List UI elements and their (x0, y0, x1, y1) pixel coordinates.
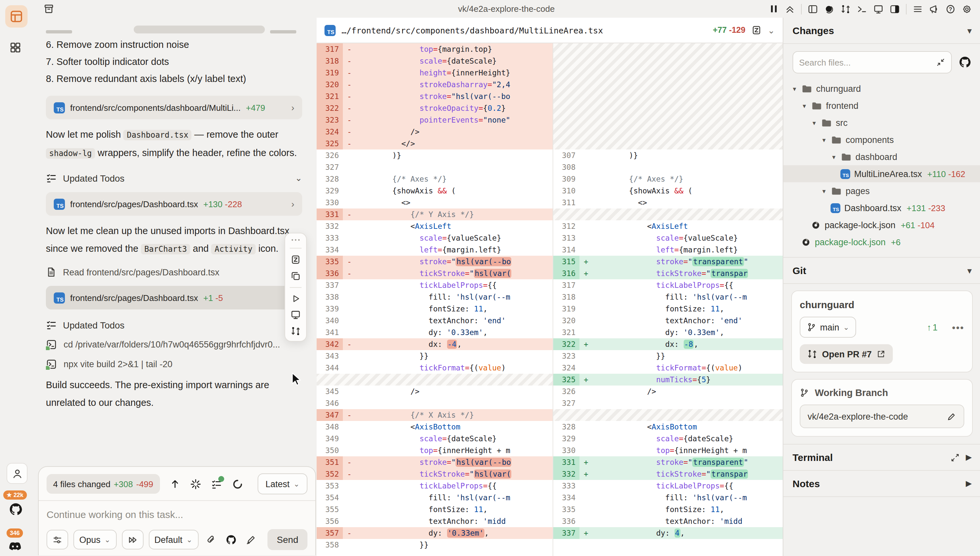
diff-row[interactable]: 322+ dx: -8, (553, 338, 783, 350)
pencil-icon[interactable] (946, 411, 956, 421)
diff-row[interactable]: 334 fill: 'hsl(var(--m (553, 492, 783, 504)
diff-row[interactable]: 324- /> (316, 126, 552, 138)
diff-row[interactable]: 331+ stroke="transparent" (553, 456, 783, 468)
discord-button[interactable] (8, 540, 22, 552)
changes-section-header[interactable]: Changes ▾ (783, 18, 980, 44)
menu-icon[interactable] (912, 3, 923, 14)
fast-forward-button[interactable] (122, 530, 143, 550)
rail-item-workspace-active[interactable] (5, 5, 27, 27)
diff-row[interactable]: 326 /> (553, 386, 783, 397)
help-icon[interactable]: ? (945, 3, 956, 14)
pen-icon[interactable] (245, 534, 256, 545)
git-compare-icon[interactable] (291, 326, 301, 336)
pause-icon[interactable] (769, 4, 779, 14)
mode-dropdown[interactable]: Default ⌄ (149, 530, 198, 550)
copy-icon[interactable] (291, 271, 301, 281)
diff-row[interactable]: 343 }} (316, 350, 552, 362)
diff-row[interactable]: 323 }} (553, 350, 783, 362)
diff-row[interactable]: 348 <AxisBottom (316, 421, 552, 433)
diff-row[interactable]: 327 (316, 161, 552, 173)
monitor-icon[interactable] (291, 309, 301, 320)
git-section-header[interactable]: Git ▾ (783, 257, 980, 284)
diff-row[interactable]: 351- stroke="hsl(var(--bo (316, 456, 552, 468)
expand-icon[interactable] (950, 453, 959, 462)
diff-row[interactable]: 320 textAnchor: 'end' (553, 315, 783, 326)
megaphone-icon[interactable] (929, 3, 940, 14)
file-diff-chip[interactable]: TSfrontend/src/components/dashboard/Mult… (46, 96, 302, 119)
updated-todos-row[interactable]: Updated Todos⌄ (46, 173, 302, 184)
settings-icon[interactable] (962, 3, 972, 14)
diff-row[interactable]: 320- strokeDasharray="2,4 (316, 79, 552, 91)
diff-row[interactable]: 345 /> (316, 386, 552, 397)
diff-row[interactable]: 342- dx: -4, (316, 338, 552, 350)
diff-row[interactable]: 317- top={margin.top} (316, 43, 552, 55)
diff-row[interactable]: 328 <AxisBottom (553, 421, 783, 433)
diff-row[interactable]: 346 (316, 397, 552, 409)
diff-row[interactable]: 338 fill: 'hsl(var(--m (316, 291, 552, 303)
tree-row[interactable]: TSDashboard.tsx+131 -233 (783, 199, 980, 217)
diff-row[interactable]: 318 fill: 'hsl(var(--m (553, 291, 783, 303)
diff-box-icon[interactable] (751, 25, 762, 36)
diff-row[interactable]: 332 <AxisLeft (316, 220, 552, 232)
model-dropdown[interactable]: Opus ⌄ (73, 530, 116, 550)
diff-row[interactable]: 321- stroke="hsl(var(--bo (316, 91, 552, 102)
latest-dropdown[interactable]: Latest ⌄ (258, 474, 307, 495)
tree-row[interactable]: ▾frontend (783, 97, 980, 114)
diff-row[interactable]: 331- {/* Y Axis */} (316, 208, 552, 220)
diff-row[interactable]: 324 tickFormat={(value) (553, 362, 783, 374)
diff-row[interactable]: 326 )} (316, 149, 552, 161)
diff-row[interactable]: 317 tickLabelProps={{ (553, 279, 783, 291)
diff-row[interactable]: 321 dy: '0.33em', (553, 326, 783, 338)
file-diff-chip[interactable]: TSfrontend/src/pages/Dashboard.tsx+130 -… (46, 192, 302, 216)
diff-row[interactable]: 334 left={margin.left} (316, 244, 552, 256)
collapse-tree-icon[interactable] (936, 58, 945, 67)
rail-item-board[interactable] (9, 41, 22, 54)
diff-row[interactable]: 350 top={innerHeight + m (316, 444, 552, 456)
diff-row[interactable]: 307 )} (553, 149, 783, 161)
diff-row[interactable]: 323- pointerEvents="none" (316, 114, 552, 126)
tool-call-row[interactable]: cd /private/var/folders/10/h7w0q46556ggr… (46, 339, 302, 350)
monitor-icon[interactable] (873, 3, 884, 14)
diff-row[interactable]: 357- dy: '0.33em', (316, 527, 552, 539)
panel-right-icon[interactable] (890, 3, 900, 14)
diff-row[interactable]: 319 fontSize: 11, (553, 303, 783, 315)
collapse-up-icon[interactable] (785, 3, 795, 14)
tree-row[interactable]: ▾components (783, 131, 980, 148)
chevron-down-icon[interactable]: ⌄ (768, 25, 775, 35)
diff-row[interactable]: 308 (553, 161, 783, 173)
diff-row[interactable]: 325- </> (316, 138, 552, 149)
diff-right-column[interactable]: 307 )}308309 {/* Axes */}310 {showAxis &… (552, 43, 783, 556)
tree-row[interactable]: package-lock.json+61 -104 (783, 217, 980, 233)
tree-row[interactable]: ▾src (783, 114, 980, 131)
diff-row[interactable]: 309 {/* Axes */} (553, 173, 783, 185)
diff-row[interactable]: 354 fill: 'hsl(var(--m (316, 492, 552, 504)
diff-row[interactable]: 355 fontSize: 11, (316, 504, 552, 516)
archive-box-icon[interactable] (43, 3, 55, 15)
diff-row[interactable]: 329 scale={dateScale} (553, 433, 783, 444)
diff-row[interactable]: 339 fontSize: 11, (316, 303, 552, 315)
diff-row[interactable]: 336- tickStroke="hsl(var( (316, 268, 552, 279)
panel-left-icon[interactable] (807, 3, 818, 14)
tree-row[interactable]: ▾churnguard (783, 80, 980, 97)
diff-box-icon[interactable] (291, 254, 301, 265)
diff-row[interactable]: 332+ tickStroke="transpar (553, 468, 783, 480)
octocat-icon[interactable] (958, 56, 972, 69)
diff-row[interactable]: 318- scale={dateScale} (316, 55, 552, 67)
settings-sliders-button[interactable] (47, 530, 68, 550)
diff-left-column[interactable]: 317- top={margin.top}318- scale={dateSca… (316, 43, 552, 556)
diff-row[interactable]: 356 textAnchor: 'midd (316, 516, 552, 527)
diff-row[interactable]: 347- {/* X Axis */} (316, 409, 552, 421)
diff-row[interactable]: 352- tickStroke="hsl(var( (316, 468, 552, 480)
tool-call-row[interactable]: Read frontend/src/pages/Dashboard.tsx (46, 267, 302, 277)
branch-dropdown[interactable]: main ⌄ (800, 317, 856, 338)
diff-row[interactable]: 349 scale={dateScale} (316, 433, 552, 444)
tree-row[interactable]: TSMultiLineArea.tsx+110 -162 (783, 165, 980, 182)
diff-row[interactable]: 316+ tickStroke="transpar (553, 268, 783, 279)
diff-row[interactable]: 319- height={innerHeight} (316, 67, 552, 79)
diff-row[interactable]: 313 scale={valueScale} (553, 232, 783, 244)
diff-row[interactable]: 340 textAnchor: 'end' (316, 315, 552, 326)
diff-row[interactable]: 333 tickLabelProps={{ (553, 480, 783, 492)
message-input[interactable]: Continue working on this task... (47, 509, 307, 520)
diff-row[interactable]: 330 <> (316, 197, 552, 208)
diff-row[interactable]: 337 tickLabelProps={{ (316, 279, 552, 291)
